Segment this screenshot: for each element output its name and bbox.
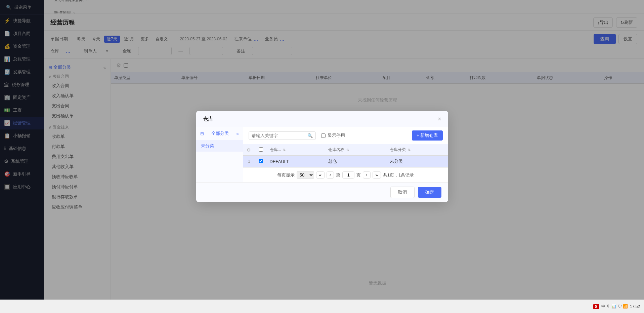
dialog-header: 仓库 × [196,111,448,127]
dialog-table: ⚙ 仓库... ⇅ [243,144,448,167]
dialog-page-label: 第 [336,172,340,178]
taskbar-badge: S [593,304,599,309]
row-num-0: 1 [243,156,255,167]
dialog-prev-page[interactable]: ‹ [327,171,334,179]
show-disabled-checkbox[interactable] [321,133,326,138]
dialog-toolbar: 🔍 显示停用 + 新增仓库 [243,127,448,144]
dialog-first-page[interactable]: « [316,171,325,179]
dialog-th-settings: ⚙ [243,144,255,156]
dialog-page-size-select[interactable]: 50100 [297,171,314,179]
dialog-sidebar-all[interactable]: ⊞ 全部分类 « [196,127,243,140]
dialog-search: 🔍 [249,131,316,140]
dialog-title: 仓库 [203,116,213,122]
dialog-main: 🔍 显示停用 + 新增仓库 [243,127,448,182]
dialog-sidebar-item-label: 未分类 [201,143,214,148]
dialog-close-button[interactable]: × [438,116,441,123]
settings-col-icon[interactable]: ⚙ [247,147,251,153]
row-category-0: 未分类 [386,156,448,167]
dialog-page-input[interactable] [342,171,354,179]
add-warehouse-button[interactable]: + 新增仓库 [412,130,442,141]
sort-icon-code[interactable]: ⇅ [283,148,286,152]
dialog-table-header-row: ⚙ 仓库... ⇅ [243,144,448,156]
dialog-th-category: 仓库分类 ⇅ [386,144,448,156]
dialog-total-label: 共1页，1条记录 [383,172,414,178]
modal-overlay: 仓库 × ⊞ 全部分类 « 未分类 [0,0,644,313]
dialog-table-row[interactable]: 1 DEFAULT 总仓 未分类 [243,156,448,167]
dialog-select-all[interactable] [259,147,263,152]
dialog-sidebar: ⊞ 全部分类 « 未分类 [196,127,243,182]
taskbar-right: S 中 🎙 📊 🛡 📶 17:52 [593,304,640,309]
confirm-button[interactable]: 确定 [418,187,441,198]
col-code-label: 仓库... [270,147,281,152]
row-name-0: 总仓 [325,156,386,167]
row-check-0[interactable] [255,156,266,167]
grid-icon-dialog: ⊞ [200,131,204,136]
dialog-footer: 取消 确定 [196,182,448,202]
taskbar: S 中 🎙 📊 🛡 📶 17:52 [0,300,644,313]
dialog-sidebar-all-label: 全部分类 [211,130,229,136]
dialog-sidebar-collapse[interactable]: « [236,131,239,136]
dialog-table-body: 1 DEFAULT 总仓 未分类 [243,156,448,167]
col-name-label: 仓库名称 [328,147,344,152]
dialog-pagination: 每页显示 50100 « ‹ 第 页 › » 共1页，1条记录 [243,167,448,182]
show-disabled-text: 显示停用 [328,132,345,139]
dialog-last-page[interactable]: » [373,171,381,179]
dialog-search-input[interactable] [252,133,305,138]
dialog-sidebar-item-uncategorized[interactable]: 未分类 [196,140,243,152]
sort-icon-name[interactable]: ⇅ [346,148,349,152]
dialog-th-code: 仓库... ⇅ [266,144,325,156]
taskbar-time: 17:52 [630,304,640,309]
dialog-sidebar-scroll: 未分类 [196,140,243,182]
col-category-label: 仓库分类 [390,147,406,152]
dialog-body: ⊞ 全部分类 « 未分类 [196,127,448,182]
dialog-page-size-label: 每页显示 [277,172,295,178]
dialog-next-page[interactable]: › [363,171,370,179]
row-code-0: DEFAULT [266,156,325,167]
cancel-button[interactable]: 取消 [390,187,415,198]
search-icon-dialog: 🔍 [307,133,313,138]
warehouse-dialog: 仓库 × ⊞ 全部分类 « 未分类 [196,111,448,202]
dialog-th-name: 仓库名称 ⇅ [325,144,386,156]
dialog-page-unit: 页 [356,172,361,178]
sort-icon-category[interactable]: ⇅ [408,148,411,152]
show-disabled-label[interactable]: 显示停用 [321,132,345,139]
dialog-table-container: ⚙ 仓库... ⇅ [243,144,448,167]
dialog-th-checkbox [255,144,266,156]
taskbar-icons: 中 🎙 📊 🛡 📶 [601,304,628,309]
